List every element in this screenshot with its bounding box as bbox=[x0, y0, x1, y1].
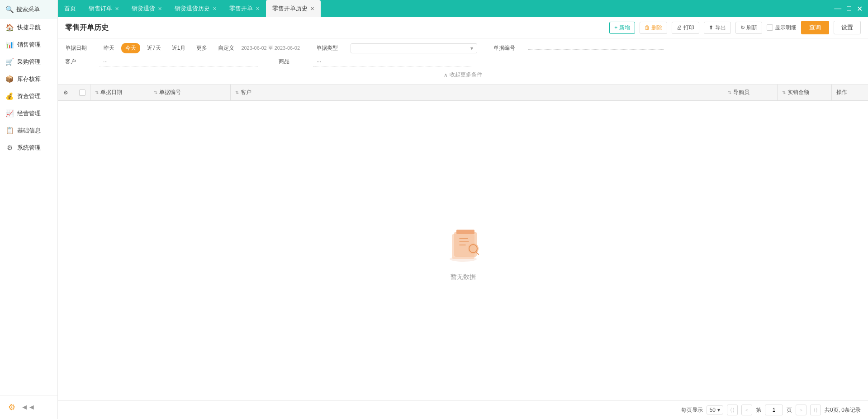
basic-info-icon: 📋 bbox=[5, 127, 14, 135]
tab-sales-return-close[interactable]: ✕ bbox=[158, 6, 162, 12]
column-amount[interactable]: ⇅ 实销金额 bbox=[778, 85, 832, 100]
sidebar-item-label: 资金管理 bbox=[17, 92, 41, 100]
per-page-select[interactable]: 50 ▾ bbox=[707, 405, 723, 414]
goods-input[interactable]: ··· bbox=[313, 57, 471, 66]
page-prev-button[interactable]: ＜ bbox=[741, 405, 752, 415]
tab-retail-open-close[interactable]: ✕ bbox=[256, 6, 260, 12]
filter-row-2: 客户 ··· 商品 ··· bbox=[65, 57, 861, 66]
sidebar-collapse-button[interactable]: ◄◄ bbox=[22, 401, 34, 414]
order-no-input[interactable] bbox=[528, 47, 664, 50]
date-custom[interactable]: 自定义 bbox=[214, 43, 238, 53]
tab-retail-open-label: 零售开单 bbox=[229, 5, 253, 13]
column-date-label: 单据日期 bbox=[100, 89, 122, 96]
per-page-chevron: ▾ bbox=[717, 407, 720, 413]
column-customer-label: 客户 bbox=[241, 89, 251, 96]
main-content: 首页 销售订单 ✕ 销货退货 ✕ 销货退货历史 ✕ 零售开单 ✕ 零售开单历史 … bbox=[58, 0, 868, 419]
date-more[interactable]: 更多 bbox=[192, 43, 211, 53]
minimize-button[interactable]: — bbox=[834, 5, 841, 13]
tab-home[interactable]: 首页 bbox=[58, 0, 82, 17]
date-7days[interactable]: 近7天 bbox=[143, 43, 165, 53]
order-type-label: 单据类型 bbox=[316, 44, 343, 52]
export-button[interactable]: ⬆ 导出 bbox=[704, 22, 730, 34]
sidebar-item-quick-nav[interactable]: 🏠 快捷导航 bbox=[0, 19, 57, 36]
display-toggle[interactable]: 显示明细 bbox=[767, 24, 797, 32]
column-gear[interactable]: ⚙ bbox=[58, 85, 74, 100]
sidebar-item-finance[interactable]: 💰 资金管理 bbox=[0, 88, 57, 105]
svg-rect-3 bbox=[456, 230, 474, 234]
order-type-select[interactable]: ▾ bbox=[351, 43, 477, 53]
column-order-no-label: 单据编号 bbox=[159, 89, 181, 96]
tab-retail-open-history[interactable]: 零售开单历史 ✕ bbox=[266, 0, 321, 17]
operations-icon: 📈 bbox=[5, 109, 14, 118]
close-window-button[interactable]: ✕ bbox=[857, 5, 863, 13]
display-checkbox[interactable] bbox=[767, 24, 773, 31]
goods-dots: ··· bbox=[317, 58, 321, 65]
column-customer[interactable]: ⇅ 客户 bbox=[231, 85, 723, 100]
add-button[interactable]: + 新增 bbox=[609, 22, 635, 34]
page-title: 零售开单历史 bbox=[65, 23, 109, 33]
per-page-value: 50 bbox=[710, 407, 716, 413]
maximize-button[interactable]: □ bbox=[847, 5, 851, 13]
tab-retail-open[interactable]: 零售开单 ✕ bbox=[223, 0, 266, 17]
column-amount-label: 实销金额 bbox=[787, 89, 809, 96]
setting-button[interactable]: 设置 bbox=[834, 21, 861, 34]
sys-icon: ⚙ bbox=[5, 144, 14, 152]
sidebar-item-basic-info[interactable]: 📋 基础信息 bbox=[0, 122, 57, 139]
sidebar-item-sales-mgmt[interactable]: 📊 销售管理 bbox=[0, 36, 57, 53]
date-today[interactable]: 今天 bbox=[121, 43, 140, 53]
order-no-label: 单据编号 bbox=[493, 44, 521, 52]
page-unit: 页 bbox=[787, 406, 792, 414]
tab-retail-open-history-close[interactable]: ✕ bbox=[310, 6, 314, 12]
page-next-button[interactable]: ＞ bbox=[796, 405, 806, 415]
filter-row-1: 单据日期 昨天 今天 近7天 近1月 更多 自定义 2023-06-02 至 2… bbox=[65, 43, 861, 53]
inventory-icon: 📦 bbox=[5, 75, 14, 83]
tab-sales-order[interactable]: 销售订单 ✕ bbox=[82, 0, 125, 17]
tab-sales-return[interactable]: 销货退货 ✕ bbox=[125, 0, 168, 17]
column-date[interactable]: ⇅ 单据日期 bbox=[90, 85, 149, 100]
tab-sales-return-history-close[interactable]: ✕ bbox=[213, 6, 217, 12]
page-actions: + 新增 🗑 删除 🖨 打印 ⬆ 导出 ↻ 刷新 显示明细 查询 设置 bbox=[609, 21, 861, 34]
sort-icon: ⇅ bbox=[728, 90, 731, 95]
sort-icon: ⇅ bbox=[235, 90, 239, 95]
query-button[interactable]: 查询 bbox=[801, 21, 829, 34]
sidebar-item-sys-mgmt[interactable]: ⚙ 系统管理 bbox=[0, 139, 57, 156]
display-label: 显示明细 bbox=[775, 24, 797, 32]
sidebar: 🔍 搜索采单 🏠 快捷导航 📊 销售管理 🛒 采购管理 📦 库存核算 💰 资金管… bbox=[0, 0, 58, 419]
column-order-no[interactable]: ⇅ 单据编号 bbox=[149, 85, 231, 100]
column-guide[interactable]: ⇅ 导购员 bbox=[723, 85, 778, 100]
home-icon: 🏠 bbox=[5, 24, 14, 32]
collapse-more-button[interactable]: ∧ 收起更多条件 bbox=[65, 70, 861, 80]
tab-sales-return-history[interactable]: 销货退货历史 ✕ bbox=[168, 0, 223, 17]
page-label: 第 bbox=[756, 406, 761, 414]
tab-sales-order-close[interactable]: ✕ bbox=[115, 6, 119, 12]
sidebar-item-inventory[interactable]: 📦 库存核算 bbox=[0, 71, 57, 88]
sidebar-bottom: ⚙ ◄◄ bbox=[0, 395, 57, 419]
select-all-checkbox[interactable] bbox=[79, 89, 85, 96]
total-text: 共0页, 0条记录 bbox=[825, 406, 861, 414]
page-last-button[interactable]: ⟩⟩ bbox=[810, 405, 821, 415]
sidebar-search[interactable]: 🔍 搜索采单 bbox=[0, 0, 57, 19]
date-shortcuts: 昨天 今天 近7天 近1月 更多 自定义 2023-06-02 至 2023-0… bbox=[100, 43, 300, 53]
column-operation: 操作 bbox=[832, 85, 868, 100]
date-1month[interactable]: 近1月 bbox=[168, 43, 190, 53]
customer-input[interactable]: ··· bbox=[100, 57, 258, 66]
page-first-button[interactable]: ⟨⟨ bbox=[727, 405, 738, 415]
print-button[interactable]: 🖨 打印 bbox=[672, 22, 699, 34]
date-yesterday[interactable]: 昨天 bbox=[100, 43, 119, 53]
customer-label: 客户 bbox=[65, 58, 92, 66]
sidebar-item-operations[interactable]: 📈 经营管理 bbox=[0, 105, 57, 122]
column-operation-label: 操作 bbox=[836, 89, 847, 96]
sidebar-item-label: 库存核算 bbox=[17, 75, 41, 83]
sidebar-item-label: 经营管理 bbox=[17, 109, 41, 118]
empty-text: 暂无数据 bbox=[451, 273, 476, 281]
sidebar-item-purchase-mgmt[interactable]: 🛒 采购管理 bbox=[0, 53, 57, 71]
column-checkbox[interactable] bbox=[74, 85, 90, 100]
sidebar-search-label: 搜索采单 bbox=[16, 5, 40, 14]
filter-area: 单据日期 昨天 今天 近7天 近1月 更多 自定义 2023-06-02 至 2… bbox=[58, 38, 868, 85]
refresh-button[interactable]: ↻ 刷新 bbox=[735, 22, 762, 34]
page-number-input[interactable] bbox=[765, 405, 783, 415]
settings-bottom-icon[interactable]: ⚙ bbox=[5, 401, 18, 414]
delete-button[interactable]: 🗑 删除 bbox=[640, 22, 667, 34]
window-controls: — □ ✕ bbox=[829, 5, 868, 13]
search-icon: 🔍 bbox=[5, 5, 14, 14]
